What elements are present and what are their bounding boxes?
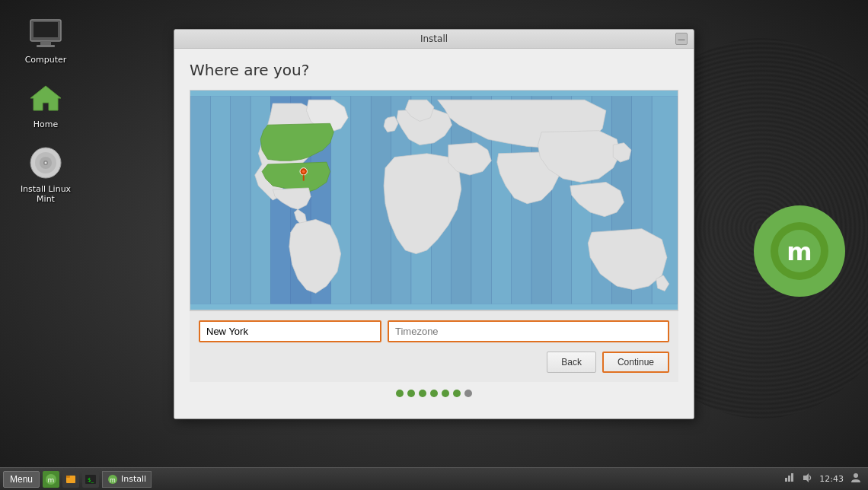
dialog-title: Install <box>193 33 675 44</box>
progress-dot-4 <box>430 390 438 397</box>
timezone-input[interactable] <box>388 320 669 342</box>
taskbar-right: 12:43 <box>783 472 868 486</box>
computer-icon-label: Computer <box>25 55 67 65</box>
taskbar-mint-icon[interactable]: m <box>43 471 59 488</box>
install-dialog: Install — Where are you? <box>174 29 694 419</box>
svg-rect-14 <box>190 97 210 304</box>
taskbar-install-label: Install <box>121 474 146 484</box>
svg-text:m: m <box>787 237 812 266</box>
desktop-icons: Computer Home Install Linu <box>15 15 76 204</box>
svg-rect-50 <box>785 478 787 482</box>
desktop-icon-install-mint[interactable]: Install Linux Mint <box>15 145 76 204</box>
dialog-heading: Where are you? <box>190 61 678 79</box>
svg-text:$_: $_ <box>88 477 94 483</box>
install-icon-label: Install Linux Mint <box>15 184 76 204</box>
continue-button[interactable]: Continue <box>602 352 669 373</box>
taskbar-terminal-icon[interactable]: $_ <box>82 471 99 488</box>
form-area: New York Back Continue <box>190 310 678 382</box>
location-input[interactable]: New York <box>199 320 381 342</box>
taskbar: Menu m $_ <box>0 467 868 490</box>
world-map[interactable] <box>190 90 678 310</box>
button-row: Back Continue <box>199 352 669 373</box>
mint-logo: m <box>754 205 845 297</box>
svg-text:m: m <box>110 477 116 484</box>
taskbar-files-icon[interactable] <box>62 471 79 488</box>
taskbar-left: Menu m $_ <box>0 471 152 488</box>
network-icon[interactable] <box>783 472 795 486</box>
svg-rect-51 <box>788 476 790 482</box>
home-icon-label: Home <box>34 119 58 129</box>
svg-point-54 <box>854 473 858 478</box>
svg-rect-45 <box>66 476 70 478</box>
taskbar-time: 12:43 <box>819 474 844 484</box>
svg-rect-4 <box>34 22 58 37</box>
menu-button[interactable]: Menu <box>3 471 40 488</box>
progress-dot-5 <box>442 390 449 397</box>
svg-rect-5 <box>40 41 51 45</box>
svg-text:m: m <box>48 476 55 484</box>
home-icon <box>27 80 64 116</box>
svg-point-12 <box>45 162 47 164</box>
progress-dot-3 <box>419 390 426 397</box>
taskbar-install-task[interactable]: m Install <box>102 471 152 488</box>
desktop-icon-home[interactable]: Home <box>15 80 76 129</box>
cd-icon <box>27 145 64 181</box>
dialog-body: Where are you? <box>174 49 694 418</box>
progress-dot-6 <box>453 390 461 397</box>
svg-rect-6 <box>37 45 55 47</box>
dialog-titlebar: Install — <box>174 30 694 49</box>
timezone-inputs: New York <box>199 320 669 342</box>
svg-marker-7 <box>30 86 61 110</box>
volume-icon[interactable] <box>801 472 813 486</box>
dialog-close-button[interactable]: — <box>675 33 688 45</box>
svg-rect-16 <box>231 97 251 304</box>
back-button[interactable]: Back <box>547 352 596 373</box>
desktop: m Computer Home <box>0 0 868 490</box>
desktop-icon-computer[interactable]: Computer <box>15 15 76 65</box>
progress-dot-7 <box>464 390 472 397</box>
svg-rect-15 <box>210 97 230 304</box>
user-icon[interactable] <box>850 472 862 486</box>
progress-dot-1 <box>396 390 404 397</box>
computer-icon <box>27 15 64 52</box>
svg-marker-53 <box>803 473 809 482</box>
svg-point-40 <box>302 170 305 173</box>
svg-rect-52 <box>791 473 793 482</box>
svg-rect-22 <box>351 97 371 304</box>
progress-dots <box>190 382 678 406</box>
progress-dot-2 <box>407 390 415 397</box>
